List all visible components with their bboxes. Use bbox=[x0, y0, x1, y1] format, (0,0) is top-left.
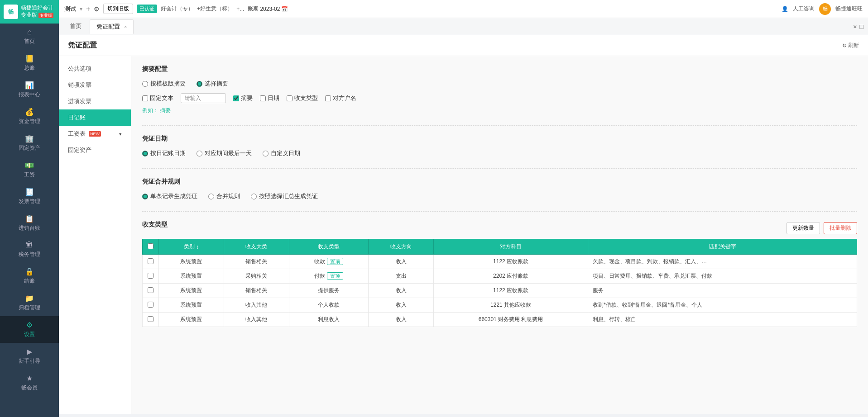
sidebar-label-wizard: 新手引导 bbox=[19, 357, 40, 365]
left-nav-item-public[interactable]: 公共选项 bbox=[59, 61, 131, 77]
left-nav-item-sales-invoice[interactable]: 销项发票 bbox=[59, 77, 131, 93]
row-direction-0: 收入 bbox=[369, 255, 434, 269]
sidebar-item-wizard[interactable]: ▶新手引导 bbox=[0, 343, 59, 370]
income-type-checkbox-input[interactable] bbox=[287, 95, 293, 101]
top-badge-1[interactable]: 置顶 bbox=[327, 272, 343, 280]
sidebar-label-home: 首页 bbox=[24, 38, 35, 45]
income-type-checkbox[interactable]: 收支类型 bbox=[287, 94, 318, 102]
fixed-text-field[interactable] bbox=[181, 93, 226, 103]
period-last-radio[interactable]: 对应期间最后一天 bbox=[197, 149, 252, 157]
summary-radio-select[interactable]: 选择摘要 bbox=[197, 80, 228, 88]
journal-date-radio-input[interactable] bbox=[142, 151, 148, 156]
row-type-0: 系统预置 bbox=[159, 255, 224, 269]
row-direction-4: 收入 bbox=[369, 313, 434, 327]
batch-delete-button[interactable]: 批量删除 bbox=[824, 222, 857, 234]
row-check-input-0[interactable] bbox=[148, 258, 153, 264]
dropdown-arrow-icon[interactable]: ▾ bbox=[80, 6, 82, 12]
sidebar-item-ledger[interactable]: 📒总账 bbox=[0, 50, 59, 76]
counterpart-checkbox-input[interactable] bbox=[325, 95, 331, 101]
summary-config-section: 摘要配置 按模板版摘要 选择摘要 bbox=[142, 65, 857, 114]
summary-radio-template-input[interactable] bbox=[142, 81, 148, 87]
left-nav-item-payroll[interactable]: 工资表NEW▾ bbox=[59, 126, 131, 142]
custom-date-radio-input[interactable] bbox=[263, 151, 269, 156]
sidebar-item-archive[interactable]: 📁归档管理 bbox=[0, 289, 59, 316]
journal-date-radio[interactable]: 按日记账日期 bbox=[142, 149, 186, 157]
sidebar-item-funds[interactable]: 💰资金管理 bbox=[0, 103, 59, 130]
left-nav-label-journal: 日记账 bbox=[68, 114, 86, 122]
merge-rules-radio-group: 单条记录生成凭证 合并规则 按照选择汇总生成凭证 bbox=[142, 192, 857, 200]
sidebar-item-settings[interactable]: ⚙设置 bbox=[0, 316, 59, 343]
date-checkbox[interactable]: 日期 bbox=[260, 94, 279, 102]
select-all-checkbox[interactable] bbox=[148, 243, 153, 249]
tab-close-voucher-config[interactable]: × bbox=[123, 24, 127, 29]
update-count-button[interactable]: 更新数量 bbox=[786, 222, 820, 234]
sidebar-item-reports[interactable]: 📊报表中心 bbox=[0, 76, 59, 103]
gear-icon[interactable]: ⚙ bbox=[94, 5, 100, 13]
sidebar-item-invoice[interactable]: 🧾发票管理 bbox=[0, 183, 59, 210]
row-typename-1: 付款 置顶 bbox=[289, 269, 369, 284]
merge-rule-radio[interactable]: 合并规则 bbox=[208, 192, 240, 200]
left-nav-item-purchase-invoice[interactable]: 进项发票 bbox=[59, 93, 131, 109]
tab-list: 首页凭证配置 × bbox=[63, 19, 134, 34]
logo-badge: 专业版 bbox=[38, 13, 53, 18]
table-body: 系统预置 销售相关 收款 置顶 收入 1122 应收账款 欠款、现金、项目款、到… bbox=[143, 255, 857, 327]
row-check-input-3[interactable] bbox=[148, 302, 153, 308]
sort-icon[interactable]: ↕ bbox=[196, 244, 199, 250]
summary-checkbox-input[interactable] bbox=[233, 95, 239, 101]
fixed-text-checkbox[interactable]: 固定文本 bbox=[142, 94, 173, 102]
row-checkbox-1 bbox=[143, 269, 159, 284]
window-expand-icon[interactable]: □ bbox=[860, 23, 863, 30]
row-direction-2: 收入 bbox=[369, 284, 434, 298]
add-icon[interactable]: + bbox=[86, 5, 90, 13]
merge-rule-radio-input[interactable] bbox=[208, 194, 214, 199]
summary-checkbox[interactable]: 摘要 bbox=[233, 94, 253, 102]
avatar: 畅 bbox=[819, 3, 831, 15]
left-nav-item-fixed-assets[interactable]: 固定资产 bbox=[59, 142, 131, 158]
row-check-input-4[interactable] bbox=[148, 316, 153, 322]
wizard-icon: ▶ bbox=[27, 347, 32, 356]
sidebar-item-salary[interactable]: 💵工资 bbox=[0, 156, 59, 183]
left-nav-item-journal[interactable]: 日记账 bbox=[59, 109, 131, 126]
th-type: 类别 ↕ bbox=[159, 239, 224, 255]
switch-version-button[interactable]: 切到旧版 bbox=[103, 4, 133, 14]
row-category-4: 收入其他 bbox=[224, 313, 289, 327]
selected-total-radio[interactable]: 按照选择汇总生成凭证 bbox=[251, 192, 318, 200]
sidebar-item-home[interactable]: ⌂首页 bbox=[0, 24, 59, 50]
row-category-0: 销售相关 bbox=[224, 255, 289, 269]
refresh-button[interactable]: ↻ 刷新 bbox=[842, 42, 859, 49]
left-nav-label-public: 公共选项 bbox=[68, 65, 91, 73]
sidebar-item-tax[interactable]: 🏛税务管理 bbox=[0, 237, 59, 263]
refresh-icon: ↻ bbox=[842, 43, 847, 49]
date-checkbox-input[interactable] bbox=[260, 95, 266, 101]
row-direction-1: 支出 bbox=[369, 269, 434, 284]
summary-radio-template[interactable]: 按模板版摘要 bbox=[142, 80, 186, 88]
sidebar-label-settings: 设置 bbox=[24, 331, 35, 338]
single-record-radio[interactable]: 单条记录生成凭证 bbox=[142, 192, 197, 200]
tab-home[interactable]: 首页 bbox=[63, 19, 88, 34]
tab-voucher-config[interactable]: 凭证配置 × bbox=[90, 19, 134, 34]
single-record-radio-input[interactable] bbox=[142, 194, 148, 199]
good-biz-label: +好生意（标） bbox=[197, 5, 233, 13]
custom-date-radio[interactable]: 自定义日期 bbox=[263, 149, 300, 157]
table-header-row-tr: 类别 ↕ 收支大类 收支类型 收支方向 对方科目 匹配关键字 bbox=[143, 239, 857, 255]
fixed-text-input[interactable] bbox=[142, 95, 148, 101]
logo-icon: 畅 bbox=[4, 5, 18, 19]
row-check-input-2[interactable] bbox=[148, 287, 153, 293]
summary-radio-select-input[interactable] bbox=[197, 81, 202, 87]
sidebar-item-member[interactable]: ★畅会员 bbox=[0, 370, 59, 396]
sidebar-item-purchase[interactable]: 📋进销台账 bbox=[0, 210, 59, 237]
counterpart-checkbox[interactable]: 对方户名 bbox=[325, 94, 356, 102]
sidebar-item-assets[interactable]: 🏢固定资产 bbox=[0, 130, 59, 156]
service-label[interactable]: 人工咨询 bbox=[793, 5, 815, 13]
period-label: 账期 bbox=[248, 5, 259, 13]
calendar-icon[interactable]: 📅 bbox=[281, 6, 288, 12]
sidebar-item-close[interactable]: 🔒结账 bbox=[0, 263, 59, 289]
top-badge-0[interactable]: 置顶 bbox=[327, 258, 343, 265]
window-close-icon[interactable]: × bbox=[853, 23, 857, 30]
row-checkbox-3 bbox=[143, 298, 159, 313]
row-typename-0: 收款 置顶 bbox=[289, 255, 369, 269]
selected-total-radio-input[interactable] bbox=[251, 194, 257, 199]
sidebar-label-tax: 税务管理 bbox=[19, 251, 40, 258]
row-check-input-1[interactable] bbox=[148, 273, 153, 279]
period-last-radio-input[interactable] bbox=[197, 151, 202, 156]
